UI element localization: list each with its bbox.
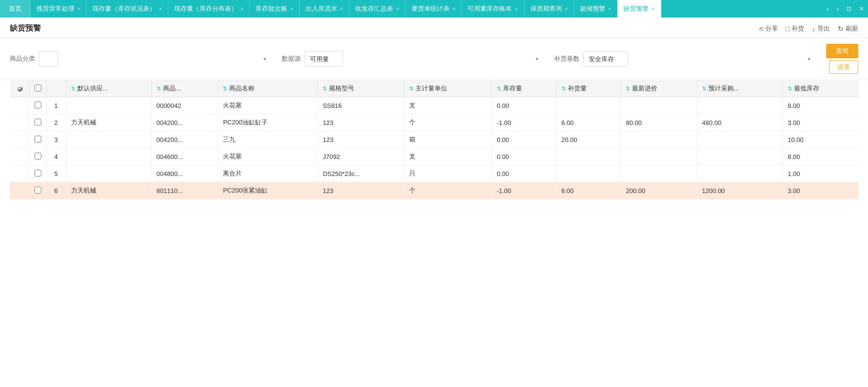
tab-overstock-label: 超储预警 xyxy=(580,4,605,13)
datasource-filter-label: 数据源 xyxy=(282,54,301,63)
row-checkbox-5[interactable] xyxy=(35,187,41,194)
row-settings-2 xyxy=(10,131,29,148)
row-code-4: 004800... xyxy=(151,165,218,182)
row-checkbox-0[interactable] xyxy=(35,102,41,108)
datasource-select[interactable]: 可用量 xyxy=(305,51,343,67)
close-overstock-icon[interactable]: × xyxy=(608,6,611,12)
th-replenish[interactable]: ⇅ 补货量 xyxy=(556,80,621,97)
page-header: 缺货预警 ⎋ 分享 □ 补货 ↓ 导出 ↻ 刷新 xyxy=(0,18,868,38)
sort-code-icon: ⇅ xyxy=(157,86,161,92)
th-latest-price[interactable]: ⇅ 最新进价 xyxy=(621,80,697,97)
tab-inventory-status[interactable]: 现存量（库存状况表） × xyxy=(87,0,168,18)
tab-expiry[interactable]: 保质期查询 × xyxy=(524,0,574,18)
th-settings xyxy=(10,80,29,97)
th-supplier[interactable]: ⇅ 默认供应... xyxy=(66,80,151,97)
row-checkbox-4[interactable] xyxy=(35,170,41,176)
row-spec-0: SS816 xyxy=(318,97,404,114)
close-inventory-dist-icon[interactable]: × xyxy=(240,6,243,12)
row-code-3: 004600... xyxy=(151,148,218,165)
th-est-purchase[interactable]: ⇅ 预计采购... xyxy=(697,80,782,97)
th-unit[interactable]: ⇅ 主计量单位 xyxy=(404,80,491,97)
row-est-purchase-3 xyxy=(697,148,782,165)
tab-home[interactable]: 首页 xyxy=(0,0,31,18)
th-num xyxy=(46,80,66,97)
replenish-base-select[interactable]: 安全库存 xyxy=(583,51,628,67)
refresh-button[interactable]: ↻ 刷新 xyxy=(838,24,858,33)
close-exception-icon[interactable]: × xyxy=(77,6,80,12)
row-checkbox-cell-3 xyxy=(29,148,46,165)
share-button[interactable]: ⎋ 分享 xyxy=(760,24,778,33)
th-code[interactable]: ⇅ 商品... xyxy=(151,80,218,97)
replenish-button[interactable]: □ 补货 xyxy=(786,24,804,33)
replenish-label: 补货 xyxy=(792,24,804,33)
tab-exception[interactable]: 拣货异常处理 × xyxy=(31,0,87,18)
tab-inventory-dist[interactable]: 现存量（库存分布表） × xyxy=(168,0,250,18)
table-row: 1 0000042 火花塞 SS816 支 0.00 8.00 xyxy=(10,97,858,114)
sort-stock-icon: ⇅ xyxy=(497,86,501,92)
row-replenish-1: 6.00 xyxy=(556,114,621,131)
tab-inventory-status-label: 现存量（库存状况表） xyxy=(92,4,156,13)
query-button[interactable]: 查询 xyxy=(826,44,858,58)
close-expiry-icon[interactable]: × xyxy=(565,6,568,12)
tab-collect-summary[interactable]: 收发存汇总表 × xyxy=(349,0,405,18)
row-num-3: 4 xyxy=(46,148,66,165)
nav-prev-button[interactable]: ‹ xyxy=(823,5,833,13)
close-inout-flow-icon[interactable]: × xyxy=(340,6,343,12)
close-inventory-status-icon[interactable]: × xyxy=(159,6,162,12)
category-filter-label: 商品分类 xyxy=(10,54,35,63)
row-code-2: 004200... xyxy=(151,131,218,148)
close-shortage-icon[interactable]: × xyxy=(651,6,654,12)
th-min-stock-label: 最低库存 xyxy=(794,84,819,93)
replenish-icon: □ xyxy=(786,25,790,33)
row-min-stock-2: 10.00 xyxy=(782,131,858,148)
th-min-stock[interactable]: ⇅ 最低库存 xyxy=(782,80,858,97)
tab-available-ledger-label: 可用量库存账本 xyxy=(468,4,512,13)
th-unit-label: 主计量单位 xyxy=(416,84,447,93)
table-body: 1 0000042 火花塞 SS816 支 0.00 8.00 2 力天机械 0… xyxy=(10,97,858,199)
tab-inventory-dist-label: 现存量（库存分布表） xyxy=(174,4,237,13)
row-name-5: PC200张紧油缸 xyxy=(218,182,318,199)
row-est-purchase-4 xyxy=(697,165,782,182)
settings-button[interactable]: 设置 xyxy=(829,60,858,74)
row-supplier-1: 力天机械 xyxy=(66,114,151,131)
nav-arrows: ‹ › ⊡ ✕ xyxy=(823,5,868,13)
row-checkbox-1[interactable] xyxy=(35,119,41,125)
row-checkbox-3[interactable] xyxy=(35,153,41,159)
row-spec-2: 123 xyxy=(318,131,404,148)
table-settings-icon[interactable] xyxy=(16,85,23,92)
row-unit-5: 个 xyxy=(404,182,491,199)
row-latest-price-0 xyxy=(621,97,697,114)
tab-available-ledger[interactable]: 可用量库存账本 × xyxy=(462,0,524,18)
export-label: 导出 xyxy=(817,24,830,33)
sort-name-icon: ⇅ xyxy=(223,86,227,92)
nav-next-button[interactable]: › xyxy=(832,5,843,13)
tab-shortage[interactable]: 缺货预警 × xyxy=(617,0,661,18)
row-num-5: 6 xyxy=(46,182,66,199)
tab-overstock[interactable]: 超储预警 × xyxy=(574,0,617,18)
row-min-stock-4: 1.00 xyxy=(782,165,858,182)
category-select[interactable] xyxy=(39,51,58,67)
tab-batch[interactable]: 库存批次账 × xyxy=(250,0,299,18)
row-replenish-2: 20.00 xyxy=(556,131,621,148)
export-button[interactable]: ↓ 导出 xyxy=(812,24,830,33)
close-order-stats-icon[interactable]: × xyxy=(452,6,455,12)
header-actions: ⎋ 分享 □ 补货 ↓ 导出 ↻ 刷新 xyxy=(760,24,858,33)
row-est-purchase-2 xyxy=(697,131,782,148)
top-nav: 首页 拣货异常处理 × 现存量（库存状况表） × 现存量（库存分布表） × 库存… xyxy=(0,0,868,18)
th-stock[interactable]: ⇅ 库存量 xyxy=(491,80,556,97)
table-container: ⇅ 默认供应... ⇅ 商品... ⇅ 商品名称 xyxy=(0,80,868,199)
nav-restore-button[interactable]: ⊡ xyxy=(843,5,855,12)
row-spec-3: J7092 xyxy=(318,148,404,165)
select-all-checkbox[interactable] xyxy=(35,85,41,91)
tab-inout-flow[interactable]: 出入库流水 × xyxy=(300,0,349,18)
nav-close-button[interactable]: ✕ xyxy=(855,5,868,12)
close-batch-icon[interactable]: × xyxy=(290,6,293,12)
th-spec[interactable]: ⇅ 规格型号 xyxy=(318,80,404,97)
th-name[interactable]: ⇅ 商品名称 xyxy=(218,80,318,97)
close-collect-summary-icon[interactable]: × xyxy=(396,6,399,12)
row-stock-0: 0.00 xyxy=(491,97,556,114)
close-available-ledger-icon[interactable]: × xyxy=(515,6,518,12)
row-checkbox-2[interactable] xyxy=(35,136,41,142)
tab-order-stats[interactable]: 要货单统计表 × xyxy=(406,0,462,18)
tab-collect-summary-label: 收发存汇总表 xyxy=(355,4,393,13)
